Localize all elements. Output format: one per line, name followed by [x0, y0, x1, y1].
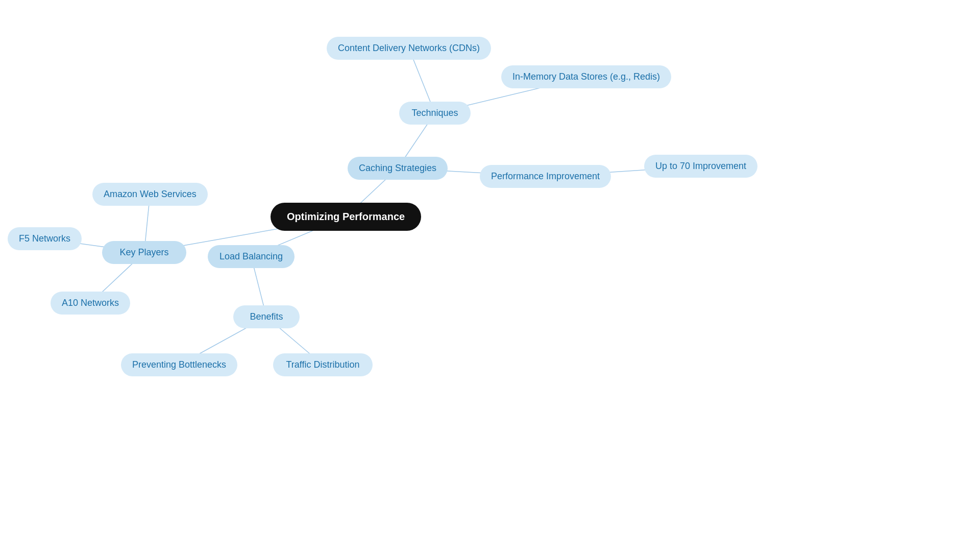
load-balancing-node[interactable]: Load Balancing — [208, 245, 295, 268]
caching-label: Caching Strategies — [359, 163, 436, 174]
load-label: Load Balancing — [219, 251, 283, 262]
benefits-label: Benefits — [250, 311, 283, 322]
key-players-node[interactable]: Key Players — [102, 241, 186, 264]
center-node[interactable]: Optimizing Performance — [271, 203, 421, 231]
key-players-label: Key Players — [119, 247, 168, 258]
in-memory-label: In-Memory Data Stores (e.g., Redis) — [512, 71, 660, 82]
performance-improvement-node[interactable]: Performance Improvement — [480, 165, 611, 188]
techniques-label: Techniques — [411, 108, 458, 118]
caching-strategies-node[interactable]: Caching Strategies — [348, 157, 448, 180]
amazon-node[interactable]: Amazon Web Services — [92, 183, 208, 206]
amazon-label: Amazon Web Services — [104, 189, 197, 200]
in-memory-node[interactable]: In-Memory Data Stores (e.g., Redis) — [501, 65, 671, 88]
a10-label: A10 Networks — [62, 298, 119, 308]
preventing-label: Preventing Bottlenecks — [132, 359, 226, 370]
traffic-label: Traffic Distribution — [286, 359, 359, 370]
f5-node[interactable]: F5 Networks — [8, 227, 82, 250]
cdn-label: Content Delivery Networks (CDNs) — [338, 43, 480, 54]
preventing-node[interactable]: Preventing Bottlenecks — [121, 353, 237, 376]
cdn-node[interactable]: Content Delivery Networks (CDNs) — [327, 37, 491, 60]
up70-label: Up to 70 Improvement — [655, 161, 746, 172]
a10-node[interactable]: A10 Networks — [51, 292, 130, 315]
center-label: Optimizing Performance — [287, 211, 405, 223]
perf-label: Performance Improvement — [491, 171, 600, 182]
benefits-node[interactable]: Benefits — [233, 305, 300, 328]
techniques-node[interactable]: Techniques — [399, 102, 471, 125]
traffic-node[interactable]: Traffic Distribution — [273, 353, 373, 376]
up-to-70-node[interactable]: Up to 70 Improvement — [644, 155, 757, 178]
f5-label: F5 Networks — [19, 233, 70, 244]
